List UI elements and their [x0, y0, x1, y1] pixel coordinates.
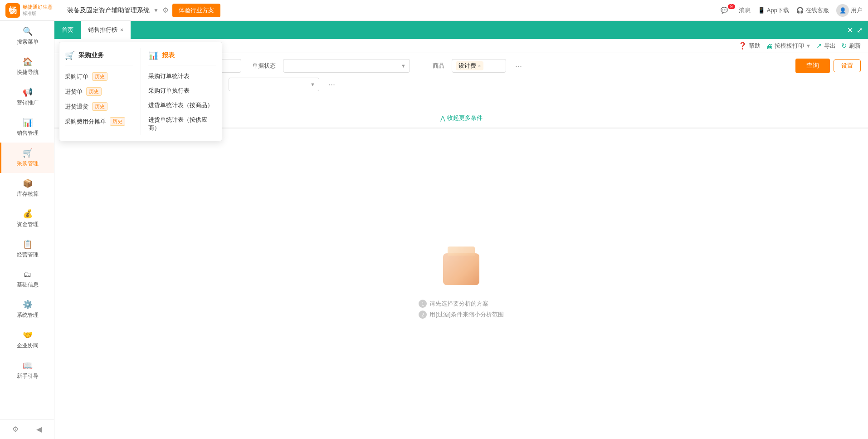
title-dropdown-arrow[interactable]: ▼ — [153, 7, 159, 14]
tab-close-icon[interactable]: × — [120, 27, 123, 33]
sidebar-bottom: ⚙ ◀ — [0, 419, 54, 439]
salesperson-more-btn[interactable]: ··· — [327, 80, 337, 89]
sidebar-label-marketing: 营销推广 — [17, 99, 39, 107]
user-area[interactable]: 👤 用户 — [836, 4, 863, 17]
purchase-order-stats-label: 采购订单统计表 — [148, 72, 190, 80]
dropdown-item-purchase-order-stats[interactable]: 采购订单统计表 — [148, 69, 217, 84]
sidebar-label-guide: 新手引导 — [17, 372, 39, 380]
hint-num-2: 2 — [419, 311, 427, 319]
goods-more-btn[interactable]: ··· — [513, 61, 524, 71]
print-dropdown-icon[interactable]: ▼ — [806, 43, 811, 49]
operations-icon: 📋 — [23, 239, 33, 249]
goods-tag-text: 设计费 — [458, 62, 476, 70]
tab-bar: 首页 销售排行榜 × ✕ ⤢ — [54, 21, 868, 39]
refresh-btn[interactable]: ↻ 刷新 — [841, 42, 861, 50]
help-btn[interactable]: ❓ 帮助 — [738, 42, 761, 50]
sidebar-item-marketing[interactable]: 📢 营销推广 — [0, 82, 54, 112]
template-print-btn[interactable]: 🖨 按模板打印 ▼ — [766, 42, 811, 50]
home-icon: 🏠 — [23, 57, 33, 67]
online-service-btn[interactable]: 🎧 在线客服 — [796, 6, 829, 15]
sidebar-item-guide[interactable]: 📖 新手引导 — [0, 355, 54, 385]
sidebar-label-system: 系统管理 — [17, 311, 39, 319]
export-icon: ↗ — [816, 42, 822, 50]
message-label: 消息 — [739, 6, 751, 15]
purchase-stock-history[interactable]: 历史 — [86, 87, 102, 96]
dropdown-item-purchase-order-exec[interactable]: 采购订单执行表 — [148, 84, 217, 98]
refresh-label: 刷新 — [849, 42, 861, 50]
help-icon: ❓ — [738, 42, 747, 50]
sidebar-collapse-btn[interactable]: ◀ — [34, 423, 44, 435]
tab-maximize-icon[interactable]: ⤢ — [857, 26, 863, 35]
user-label: 用户 — [851, 6, 863, 15]
tab-close-window-icon[interactable]: ✕ — [847, 26, 853, 35]
guide-icon: 📖 — [23, 360, 33, 370]
headset-icon: 🎧 — [796, 7, 804, 14]
stock-stats-goods-label: 进货单统计表（按商品） — [148, 101, 213, 109]
tab-home[interactable]: 首页 — [54, 21, 81, 39]
sidebar-item-enterprise[interactable]: 🤝 企业协同 — [0, 325, 54, 355]
empty-hint-2: 2 用[过滤]条件来缩小分析范围 — [419, 311, 503, 319]
settings-icon[interactable]: ⚙ — [162, 6, 169, 15]
avatar: 👤 — [836, 4, 849, 17]
logo-area: 畅 畅捷通好生意 标准版 — [5, 3, 60, 18]
enterprise-icon: 🤝 — [23, 330, 33, 340]
tab-sales-rank[interactable]: 销售排行榜 × — [81, 21, 131, 39]
sidebar-item-finance[interactable]: 💰 资金管理 — [0, 203, 54, 234]
salesperson-arrow: ▼ — [310, 82, 315, 87]
set-btn[interactable]: 设置 — [834, 59, 861, 72]
purchase-col-icon: 🛒 — [65, 50, 75, 60]
sidebar-label-operations: 经营管理 — [17, 251, 39, 259]
sidebar-item-operations[interactable]: 📋 经营管理 — [0, 234, 54, 264]
dropdown-item-purchase-return[interactable]: 进货退货 历史 — [65, 99, 133, 114]
sidebar-item-search[interactable]: 🔍 搜索菜单 — [0, 21, 54, 51]
sidebar-item-sales[interactable]: 📊 销售管理 — [0, 112, 54, 143]
purchase-dropdown-menu: 🛒 采购业务 采购订单 历史 进货单 历史 进货退货 历史 采购费用分摊单 历史 — [59, 42, 222, 141]
purchase-order-history[interactable]: 历史 — [92, 72, 107, 81]
purchase-expense-history[interactable]: 历史 — [110, 117, 125, 126]
empty-hint-1: 1 请先选择要分析的方案 — [419, 300, 503, 308]
purchase-return-history[interactable]: 历史 — [92, 102, 107, 111]
dropdown-item-purchase-stock[interactable]: 进货单 历史 — [65, 84, 133, 99]
avatar-icon: 👤 — [839, 7, 846, 14]
dropdown-columns: 🛒 采购业务 采购订单 历史 进货单 历史 进货退货 历史 采购费用分摊单 历史 — [59, 48, 222, 135]
app-title-area: 装备及固定资产辅助管理系统 ▼ ⚙ 体验行业方案 — [67, 4, 721, 17]
goods-filter[interactable]: 设计费 × — [452, 59, 506, 73]
tab-right-controls: ✕ ⤢ — [847, 26, 868, 35]
collapse-label: 收起更多条件 — [447, 114, 483, 122]
print-icon: 🖨 — [766, 42, 773, 50]
query-btn[interactable]: 查询 — [795, 59, 830, 73]
goods-tag[interactable]: 设计费 × — [456, 61, 483, 70]
voucher-status-select[interactable]: ▼ — [283, 59, 410, 73]
collapse-btn[interactable]: ⋀ 收起更多条件 — [440, 114, 483, 122]
purchase-col-title-text: 采购业务 — [78, 51, 104, 59]
sidebar-label-inventory: 库存核算 — [17, 190, 39, 198]
search-icon: 🔍 — [23, 26, 33, 36]
sidebar-label-enterprise: 企业协同 — [17, 342, 39, 350]
dropdown-item-stock-stats-goods[interactable]: 进货单统计表（按商品） — [148, 98, 217, 113]
app-download-btn[interactable]: 📱 App下载 — [758, 6, 789, 15]
purchase-stock-label: 进货单 — [65, 88, 83, 96]
sidebar-item-basic-info[interactable]: 🗂 基础信息 — [0, 264, 54, 294]
sidebar-settings-btn[interactable]: ⚙ — [10, 423, 20, 435]
dropdown-item-purchase-order[interactable]: 采购订单 历史 — [65, 69, 133, 84]
sidebar-item-system[interactable]: ⚙️ 系统管理 — [0, 294, 54, 325]
export-btn[interactable]: ↗ 导出 — [816, 42, 836, 50]
stock-stats-supplier-label: 进货单统计表（按供应商） — [148, 116, 217, 132]
industry-btn[interactable]: 体验行业方案 — [172, 4, 220, 17]
dropdown-item-purchase-expense[interactable]: 采购费用分摊单 历史 — [65, 114, 133, 129]
sidebar-item-quick-nav[interactable]: 🏠 快捷导航 — [0, 51, 54, 82]
message-btn[interactable]: 💬 9 消息 — [721, 6, 751, 15]
sidebar-label-sales: 销售管理 — [17, 129, 39, 137]
logo-text-area: 畅捷通好生意 标准版 — [23, 4, 53, 16]
dropdown-item-stock-stats-supplier[interactable]: 进货单统计表（按供应商） — [148, 113, 217, 135]
logo-line1: 畅捷通好生意 — [23, 4, 53, 10]
sidebar-item-purchase[interactable]: 🛒 采购管理 — [0, 143, 54, 173]
goods-tag-close[interactable]: × — [478, 63, 481, 69]
sidebar: 🔍 搜索菜单 🏠 快捷导航 📢 营销推广 📊 销售管理 🛒 采购管理 📦 库存核… — [0, 21, 54, 439]
salesperson-select[interactable]: ▼ — [229, 78, 319, 91]
sidebar-item-inventory[interactable]: 📦 库存核算 — [0, 173, 54, 203]
tab-home-label: 首页 — [62, 26, 73, 34]
template-print-label: 按模板打印 — [775, 42, 804, 50]
purchase-col-title: 🛒 采购业务 — [65, 48, 133, 65]
refresh-icon: ↻ — [841, 42, 847, 50]
